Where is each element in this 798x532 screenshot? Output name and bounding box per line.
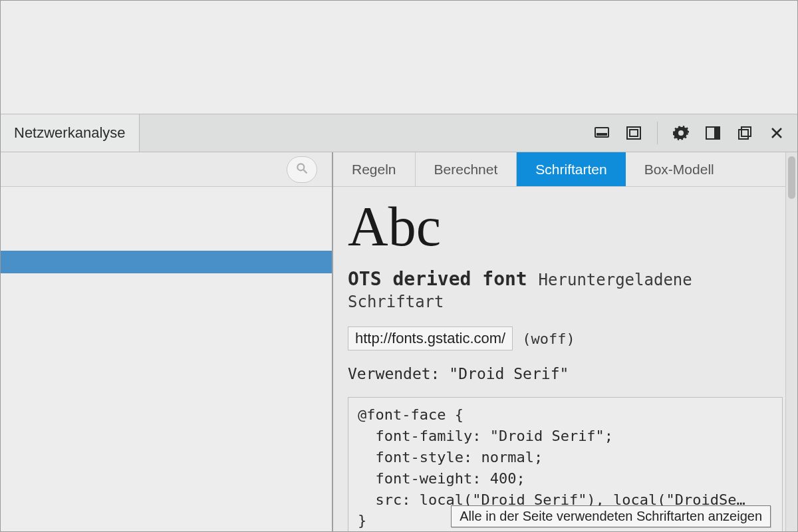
sidebar-pane: Regeln Berechnet Schriftarten Box-Modell… [333, 152, 797, 531]
markup-tree-area[interactable] [1, 187, 332, 531]
toolbar-separator [657, 122, 658, 144]
search-icon [295, 162, 309, 178]
svg-rect-6 [739, 130, 748, 139]
css-line: font-style: normal; [358, 449, 543, 466]
devtools-toolbar: Netzwerkanalyse [1, 114, 797, 152]
svg-point-10 [297, 164, 304, 170]
font-sample-text: Abc [348, 199, 783, 255]
font-format: (woff) [522, 331, 575, 347]
console-icon[interactable] [593, 124, 610, 142]
font-name: OTS derived font [348, 268, 527, 290]
show-all-fonts-button[interactable]: Alle in der Seite verwendeten Schriftart… [451, 505, 771, 527]
font-used-label: Verwendet: [348, 365, 440, 382]
dock-side-icon[interactable] [704, 124, 722, 142]
main-split: Regeln Berechnet Schriftarten Box-Modell… [1, 152, 797, 531]
svg-rect-7 [741, 127, 751, 136]
tab-box-model[interactable]: Box-Modell [626, 152, 733, 186]
font-url-row: http://fonts.gstatic.com/ (woff) [348, 327, 783, 350]
search-input[interactable] [287, 156, 317, 183]
sidebar-tabs: Regeln Berechnet Schriftarten Box-Modell [333, 152, 797, 187]
css-line: @font-face { [358, 406, 464, 423]
font-used-value: "Droid Serif" [449, 365, 569, 382]
markup-pane [1, 152, 333, 531]
sidebar-scrollbar[interactable] [785, 152, 797, 531]
font-url[interactable]: http://fonts.gstatic.com/ [348, 327, 513, 350]
markup-search-row [1, 152, 332, 187]
toolbar-tab-network[interactable]: Netzwerkanalyse [1, 114, 140, 152]
svg-rect-3 [630, 130, 638, 136]
font-title-row: OTS derived font Heruntergeladene Schrif… [348, 268, 783, 312]
css-line: font-family: "Droid Serif"; [358, 428, 613, 444]
gear-icon[interactable] [672, 124, 690, 142]
scrollbar-thumb[interactable] [788, 156, 795, 199]
tab-rules[interactable]: Regeln [333, 152, 416, 186]
tab-fonts[interactable]: Schriftarten [517, 152, 625, 186]
svg-rect-1 [597, 133, 607, 136]
css-line: } [358, 512, 366, 529]
close-icon[interactable] [768, 124, 785, 142]
svg-line-11 [304, 170, 307, 173]
tab-computed[interactable]: Berechnet [416, 152, 517, 186]
toolbar-spacer [140, 114, 581, 152]
selected-node-highlight[interactable] [1, 251, 332, 273]
fonts-panel: Abc OTS derived font Heruntergeladene Sc… [333, 187, 797, 531]
responsive-design-icon[interactable] [625, 124, 642, 142]
toolbar-icon-group [581, 114, 797, 152]
undock-icon[interactable] [736, 124, 753, 142]
svg-rect-5 [714, 127, 720, 139]
css-line: font-weight: 400; [358, 470, 525, 487]
page-viewport-blank [1, 1, 797, 114]
font-used-row: Verwendet: "Droid Serif" [348, 365, 783, 382]
